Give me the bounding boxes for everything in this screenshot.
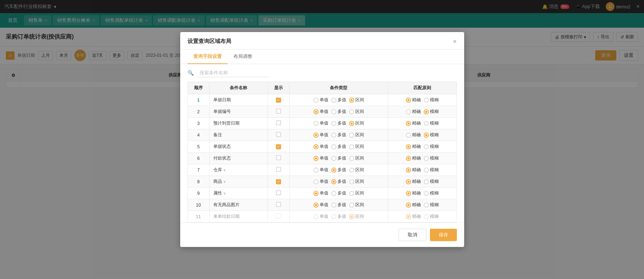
display-checkbox[interactable] [276, 202, 281, 207]
type-radio-单值[interactable]: 单值 [313, 120, 328, 126]
display-checkbox[interactable] [276, 155, 281, 160]
match-radio-模糊[interactable]: 模糊 [424, 132, 439, 138]
match-radio-精确[interactable]: 精确 [406, 97, 421, 103]
row-display[interactable]: ✓ [268, 94, 289, 106]
row-match: 精确模糊 [388, 129, 457, 141]
display-checkbox[interactable] [276, 109, 281, 114]
display-checkbox[interactable] [276, 167, 281, 172]
type-radio-单值[interactable]: 单值 [313, 144, 328, 150]
type-radio-单值[interactable]: 单值 [313, 155, 328, 161]
match-radio-精确[interactable]: 精确 [406, 202, 421, 208]
type-radio-多值[interactable]: 多值 [331, 178, 346, 185]
radio-circle [424, 144, 429, 149]
type-radio-group: 单值多值区间 [293, 120, 384, 126]
type-radio-区间[interactable]: 区间 [349, 144, 364, 150]
row-order: 4 [187, 129, 209, 141]
match-radio-group: 精确模糊 [392, 109, 453, 115]
type-radio-group: 单值多值区间 [293, 132, 384, 138]
match-radio-精确[interactable]: 精确 [406, 178, 421, 185]
match-radio-精确[interactable]: 精确 [406, 132, 421, 138]
match-radio-模糊[interactable]: 模糊 [424, 144, 439, 150]
type-radio-区间[interactable]: 区间 [349, 190, 364, 196]
type-radio-多值[interactable]: 多值 [331, 213, 346, 220]
row-display[interactable] [268, 188, 289, 199]
save-button[interactable]: 保存 [430, 229, 457, 241]
type-radio-单值[interactable]: 单值 [313, 109, 328, 115]
type-radio-单值[interactable]: 单值 [313, 167, 328, 173]
display-checkbox[interactable] [276, 120, 281, 125]
radio-circle [406, 133, 411, 138]
radio-circle [424, 203, 429, 208]
dialog-overlay: 设置查询区域布局 × 查询字段设置 布局调整 🔍 顺序 条件名 [0, 0, 644, 279]
match-radio-精确[interactable]: 精确 [406, 155, 421, 161]
display-checkbox[interactable] [276, 213, 281, 219]
display-checkbox[interactable] [276, 132, 281, 137]
type-radio-单值[interactable]: 单值 [313, 213, 328, 220]
tab-query-fields[interactable]: 查询字段设置 [187, 50, 228, 64]
radio-circle [313, 109, 319, 114]
match-radio-精确[interactable]: 精确 [406, 213, 421, 220]
match-radio-模糊[interactable]: 模糊 [424, 213, 439, 220]
row-display[interactable]: ✓ [268, 176, 289, 188]
type-radio-多值[interactable]: 多值 [331, 120, 346, 126]
type-radio-多值[interactable]: 多值 [331, 190, 346, 196]
match-radio-模糊[interactable]: 模糊 [424, 155, 439, 161]
type-radio-区间[interactable]: 区间 [349, 202, 364, 208]
col-match-header: 匹配原则 [388, 82, 457, 94]
type-radio-区间[interactable]: 区间 [349, 213, 364, 220]
type-radio-区间[interactable]: 区间 [349, 109, 364, 115]
display-checkbox[interactable]: ✓ [276, 144, 281, 149]
match-radio-精确[interactable]: 精确 [406, 109, 421, 115]
type-radio-区间[interactable]: 区间 [349, 155, 364, 161]
type-radio-单值[interactable]: 单值 [313, 132, 328, 138]
row-display[interactable] [268, 129, 289, 141]
match-radio-精确[interactable]: 精确 [406, 190, 421, 196]
type-radio-区间[interactable]: 区间 [349, 120, 364, 126]
search-input[interactable] [197, 68, 269, 77]
display-checkbox[interactable]: ✓ [276, 98, 281, 103]
match-radio-模糊[interactable]: 模糊 [424, 167, 439, 173]
type-radio-区间[interactable]: 区间 [349, 97, 364, 103]
type-radio-group: 单值多值区间 [293, 202, 384, 208]
type-radio-单值[interactable]: 单值 [313, 190, 328, 196]
match-radio-模糊[interactable]: 模糊 [424, 97, 439, 103]
type-radio-多值[interactable]: 多值 [331, 144, 346, 150]
radio-circle [424, 179, 429, 184]
dialog-table-row: 2单据编号单值多值区间精确模糊 [187, 106, 457, 118]
match-radio-精确[interactable]: 精确 [406, 144, 421, 150]
display-checkbox[interactable] [276, 190, 281, 195]
type-radio-多值[interactable]: 多值 [331, 109, 346, 115]
match-radio-模糊[interactable]: 模糊 [424, 190, 439, 196]
radio-circle [406, 109, 411, 114]
type-radio-多值[interactable]: 多值 [331, 167, 346, 173]
cancel-button[interactable]: 取消 [399, 229, 426, 241]
match-radio-模糊[interactable]: 模糊 [424, 178, 439, 185]
row-display[interactable] [268, 199, 289, 211]
type-radio-区间[interactable]: 区间 [349, 178, 364, 185]
match-radio-模糊[interactable]: 模糊 [424, 120, 439, 126]
type-radio-单值[interactable]: 单值 [313, 202, 328, 208]
type-radio-多值[interactable]: 多值 [331, 202, 346, 208]
row-match: 精确模糊 [388, 199, 457, 211]
row-display[interactable] [268, 106, 289, 118]
type-radio-多值[interactable]: 多值 [331, 155, 346, 161]
row-display[interactable] [268, 118, 289, 129]
row-display[interactable] [268, 211, 289, 223]
match-radio-精确[interactable]: 精确 [406, 167, 421, 173]
type-radio-区间[interactable]: 区间 [349, 167, 364, 173]
dialog-close-button[interactable]: × [453, 38, 457, 45]
row-display[interactable] [268, 153, 289, 164]
type-radio-多值[interactable]: 多值 [331, 132, 346, 138]
display-checkbox[interactable]: ✓ [276, 179, 281, 184]
type-radio-多值[interactable]: 多值 [331, 97, 346, 103]
tab-layout-adjust[interactable]: 布局调整 [228, 50, 258, 64]
radio-circle [424, 98, 429, 103]
row-display[interactable]: ✓ [268, 141, 289, 153]
type-radio-单值[interactable]: 单值 [313, 178, 328, 185]
match-radio-模糊[interactable]: 模糊 [424, 109, 439, 115]
type-radio-区间[interactable]: 区间 [349, 132, 364, 138]
type-radio-单值[interactable]: 单值 [313, 97, 328, 103]
row-display[interactable] [268, 164, 289, 176]
match-radio-精确[interactable]: 精确 [406, 120, 421, 126]
match-radio-模糊[interactable]: 模糊 [424, 202, 439, 208]
